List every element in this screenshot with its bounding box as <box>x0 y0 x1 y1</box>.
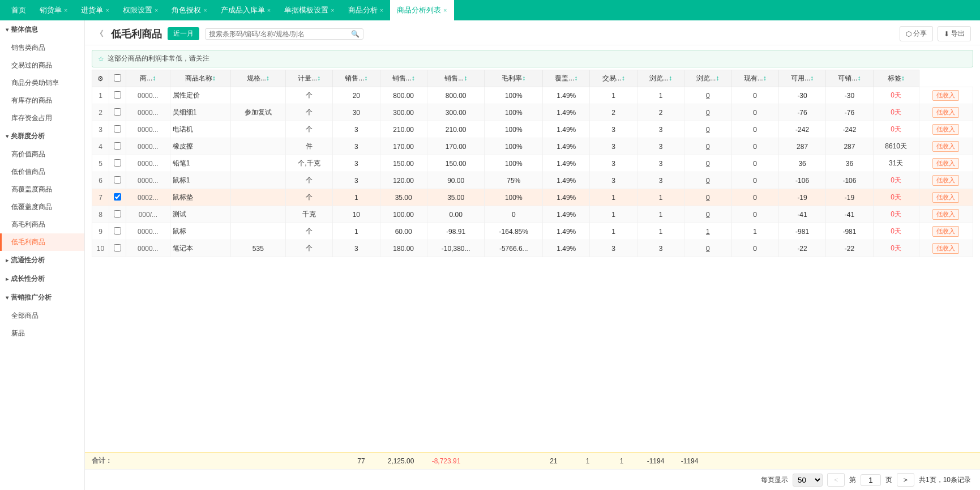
row-check-4[interactable] <box>109 155 126 172</box>
table-row[interactable]: 10 0000... 笔记本 535 个 3 180.00 -10,380...… <box>92 240 973 257</box>
nav-product-analysis-list-close[interactable]: × <box>443 7 447 14</box>
sidebar-group-cluster[interactable]: ▾ 矣群度分析 <box>0 127 84 146</box>
row-check-1[interactable] <box>109 104 126 121</box>
sidebar-group-marketing[interactable]: ▾ 营销推广分析 <box>0 288 84 307</box>
row-checkbox-1[interactable] <box>114 108 121 116</box>
row-name-4[interactable]: 铅笔1 <box>170 155 230 172</box>
nav-purchase-order[interactable]: 进货单 × <box>74 0 115 20</box>
sidebar-group-growth[interactable]: ▸ 成长性分析 <box>0 270 84 288</box>
row-name-1[interactable]: 吴细细1 <box>170 104 230 121</box>
nav-sales-order[interactable]: 销货单 × <box>33 0 74 20</box>
nav-role-auth[interactable]: 角色授权 × <box>165 0 213 20</box>
select-all-checkbox[interactable] <box>114 74 121 82</box>
nav-product-entry-close[interactable]: × <box>267 7 271 14</box>
row-checkbox-5[interactable] <box>114 176 121 184</box>
nav-product-entry[interactable]: 产成品入库单 × <box>214 0 277 20</box>
row-check-7[interactable] <box>109 206 126 223</box>
share-button[interactable]: ⬡ 分享 <box>900 26 933 41</box>
sidebar-item-traded-products[interactable]: 交易过的商品 <box>0 57 84 74</box>
sidebar-item-category-rate[interactable]: 商品分类助销率 <box>0 74 84 92</box>
col-settings[interactable]: ⚙ <box>92 70 109 87</box>
col-checkbox[interactable] <box>109 70 126 87</box>
prev-page-button[interactable]: ＜ <box>827 473 845 487</box>
row-check-0[interactable] <box>109 87 126 104</box>
row-browse1-7[interactable]: 0 <box>684 206 731 223</box>
sidebar-item-new-products[interactable]: 新品 <box>0 325 84 342</box>
nav-product-analysis-close[interactable]: × <box>380 7 383 14</box>
row-check-9[interactable] <box>109 240 126 257</box>
sidebar-item-high-value[interactable]: 高价值商品 <box>0 146 84 163</box>
row-browse1-9[interactable]: 0 <box>684 240 731 257</box>
row-check-6[interactable] <box>109 189 126 206</box>
nav-product-analysis-list[interactable]: 商品分析列表 × <box>390 0 453 20</box>
filter-period-button[interactable]: 近一月 <box>168 27 199 40</box>
row-name-2[interactable]: 电话机 <box>170 121 230 138</box>
next-page-button[interactable]: ＞ <box>897 473 914 487</box>
sidebar-item-low-margin[interactable]: 低毛利商品 <box>0 233 84 251</box>
table-row[interactable]: 6 0000... 鼠标1 个 3 120.00 90.00 75% 1.49%… <box>92 172 973 189</box>
nav-template-setting-close[interactable]: × <box>331 7 334 14</box>
sidebar-item-all-products[interactable]: 全部商品 <box>0 307 84 325</box>
per-page-select[interactable]: 50 100 200 <box>793 474 823 487</box>
row-checkbox-7[interactable] <box>114 210 121 218</box>
page-number-input[interactable] <box>861 474 881 486</box>
row-browse1-8[interactable]: 1 <box>684 223 731 240</box>
nav-permission-close[interactable]: × <box>155 7 158 14</box>
row-name-6[interactable]: 鼠标垫 <box>170 189 230 206</box>
row-name-9[interactable]: 笔记本 <box>170 240 230 257</box>
nav-template-setting[interactable]: 单据模板设置 × <box>277 0 341 20</box>
row-check-3[interactable] <box>109 138 126 155</box>
row-check-5[interactable] <box>109 172 126 189</box>
sidebar-item-stocked-products[interactable]: 有库存的商品 <box>0 92 84 109</box>
row-checkbox-6[interactable] <box>114 193 121 201</box>
row-browse1-5[interactable]: 0 <box>684 172 731 189</box>
nav-purchase-order-close[interactable]: × <box>105 7 109 14</box>
row-browse1-4[interactable]: 0 <box>684 155 731 172</box>
table-row[interactable]: 7 0002... 鼠标垫 个 1 35.00 35.00 100% 1.49%… <box>92 189 973 206</box>
table-row[interactable]: 8 000/... 测试 千克 10 100.00 0.00 0 1.49% 1… <box>92 206 973 223</box>
sidebar-group-liquidity[interactable]: ▸ 流通性分析 <box>0 251 84 270</box>
row-checkbox-4[interactable] <box>114 159 121 167</box>
sidebar-item-low-coverage[interactable]: 低覆盖度商品 <box>0 198 84 216</box>
row-check-8[interactable] <box>109 223 126 240</box>
row-coverage-7: 1 <box>590 206 637 223</box>
row-name-0[interactable]: 属性定价 <box>170 87 230 104</box>
table-row[interactable]: 3 0000... 电话机 个 3 210.00 210.00 100% 1.4… <box>92 121 973 138</box>
table-row[interactable]: 2 0000... 吴细细1 参加复试 个 30 300.00 300.00 1… <box>92 104 973 121</box>
sidebar-item-high-margin[interactable]: 高毛利商品 <box>0 216 84 233</box>
row-browse1-3[interactable]: 0 <box>684 138 731 155</box>
table-row[interactable]: 1 0000... 属性定价 个 20 800.00 800.00 100% 1… <box>92 87 973 104</box>
row-check-2[interactable] <box>109 121 126 138</box>
row-browse1-6[interactable]: 0 <box>684 189 731 206</box>
table-row[interactable]: 5 0000... 铅笔1 个,千克 3 150.00 150.00 100% … <box>92 155 973 172</box>
row-checkbox-9[interactable] <box>114 244 121 252</box>
sidebar-item-high-coverage[interactable]: 高覆盖度商品 <box>0 181 84 198</box>
nav-product-analysis[interactable]: 商品分析 × <box>341 0 390 20</box>
nav-home[interactable]: 首页 <box>5 0 33 20</box>
row-name-3[interactable]: 橡皮擦 <box>170 138 230 155</box>
row-name-5[interactable]: 鼠标1 <box>170 172 230 189</box>
table-row[interactable]: 9 0000... 鼠标 个 1 60.00 -98.91 -164.85% 1… <box>92 223 973 240</box>
table-row[interactable]: 4 0000... 橡皮擦 件 3 170.00 170.00 100% 1.4… <box>92 138 973 155</box>
table-container[interactable]: ⚙ 商...↕ 商品名称↕ 规格...↕ 计量...↕ 销售...↕ 销售...… <box>85 70 980 452</box>
nav-permission[interactable]: 权限设置 × <box>116 0 165 20</box>
nav-sales-order-close[interactable]: × <box>64 7 67 14</box>
row-browse1-1[interactable]: 0 <box>684 104 731 121</box>
row-checkbox-8[interactable] <box>114 227 121 235</box>
row-name-7[interactable]: 测试 <box>170 206 230 223</box>
row-checkbox-2[interactable] <box>114 125 121 133</box>
export-button[interactable]: ⬇ 导出 <box>938 26 971 41</box>
sidebar-item-low-value[interactable]: 低价值商品 <box>0 163 84 181</box>
search-input[interactable] <box>209 30 351 38</box>
row-browse1-2[interactable]: 0 <box>684 121 731 138</box>
sidebar-item-stock-capital[interactable]: 库存资金占用 <box>0 109 84 127</box>
collapse-sidebar-button[interactable]: 《 <box>94 28 105 40</box>
row-checkbox-0[interactable] <box>114 91 121 99</box>
sidebar-item-sales-products[interactable]: 销售类商品 <box>0 39 84 57</box>
row-checkbox-3[interactable] <box>114 142 121 150</box>
sidebar-group-overall[interactable]: ▾ 整体信息 <box>0 20 84 39</box>
search-icon[interactable]: 🔍 <box>351 30 360 38</box>
row-browse1-0[interactable]: 0 <box>684 87 731 104</box>
row-name-8[interactable]: 鼠标 <box>170 223 230 240</box>
nav-role-auth-close[interactable]: × <box>203 7 207 14</box>
